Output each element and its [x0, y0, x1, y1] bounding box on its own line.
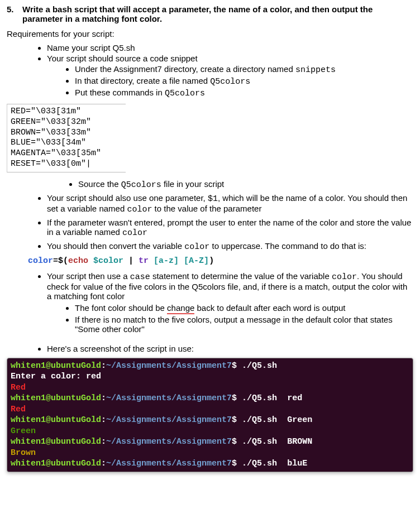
code-dollar1: $1	[208, 194, 218, 204]
code-color-2: color	[122, 228, 147, 238]
sub-create-dir: Under the Assignment7 directory, create …	[75, 64, 413, 75]
convert-line: You should then convert the variable col…	[47, 241, 413, 252]
question-block: 5. Write a bash script that will accept …	[7, 4, 413, 23]
prompt-line: If the parameter wasn't entered, prompt …	[47, 218, 413, 238]
cmd-var: color	[28, 256, 53, 266]
sub-create-file: In that directory, create a file named Q…	[75, 76, 413, 87]
code-q5colors-1: Q5colors	[210, 77, 250, 87]
case-main: Your script then use a case statement to…	[47, 271, 413, 334]
tr-command-line: color=$(echo $color | tr [a-z] [A-Z])	[28, 256, 413, 266]
sub-no-match: If there is no match to the five colors,…	[75, 315, 413, 334]
cmd-tr: tr	[139, 256, 149, 266]
code-color-3: color	[184, 242, 209, 252]
screenshot-heading-text: Here's a screenshot of the script in use…	[47, 344, 413, 353]
cmd-dollarcolor: $color	[93, 256, 123, 266]
code-case: case	[130, 272, 150, 282]
sub-put-commands: Put these commands in Q5colors	[75, 88, 413, 98]
param-line: Your script should also use one paramete…	[47, 193, 413, 214]
sub-font-reset: The font color should be change back to …	[75, 303, 413, 313]
case-sublist: The font color should be change back to …	[47, 303, 413, 334]
out-green: Green	[11, 426, 36, 436]
code-q5colors-3: Q5colors	[121, 180, 161, 190]
out-brown: Brown	[11, 448, 36, 458]
code-q5colors-2: Q5colors	[165, 89, 205, 98]
screenshot-heading-list: Here's a screenshot of the script in use…	[7, 344, 413, 353]
code-color-4: color	[332, 272, 357, 282]
question-number: 5.	[7, 4, 22, 23]
underlined-change: change	[167, 303, 194, 314]
code-color-1: color	[127, 205, 152, 214]
terminal-screenshot: whiten1@ubuntuGold:~/Assignments/Assignm…	[7, 358, 413, 472]
req-name-script: Name your script Q5.sh	[47, 43, 413, 52]
color-codes-box: RED="\033[31m" GREEN="\033[32m" BROWN="\…	[7, 104, 126, 172]
out-red-1: Red	[11, 383, 26, 392]
out-red-2: Red	[11, 405, 26, 414]
top-requirements-list: Name your script Q5.sh Your script shoul…	[7, 43, 413, 98]
code-snippets: snippets	[295, 65, 336, 75]
req-source-snippet: Your script should source a code snippet…	[47, 54, 413, 98]
cmd-ranges: [a-z] [A-Z]	[149, 256, 209, 266]
case-block-list: Your script then use a case statement to…	[7, 271, 413, 334]
question-text: Write a bash script that will accept a p…	[22, 4, 413, 23]
req-source-text: Your script should source a code snippet	[47, 54, 198, 63]
requirements-heading: Requirements for your script:	[7, 29, 413, 39]
source-line: Source the Q5colors file in your script	[78, 179, 413, 190]
after-code-list: Source the Q5colors file in your script …	[7, 179, 413, 252]
snippet-sublist: Under the Assignment7 directory, create …	[47, 64, 413, 98]
cmd-echo: echo	[68, 256, 93, 266]
